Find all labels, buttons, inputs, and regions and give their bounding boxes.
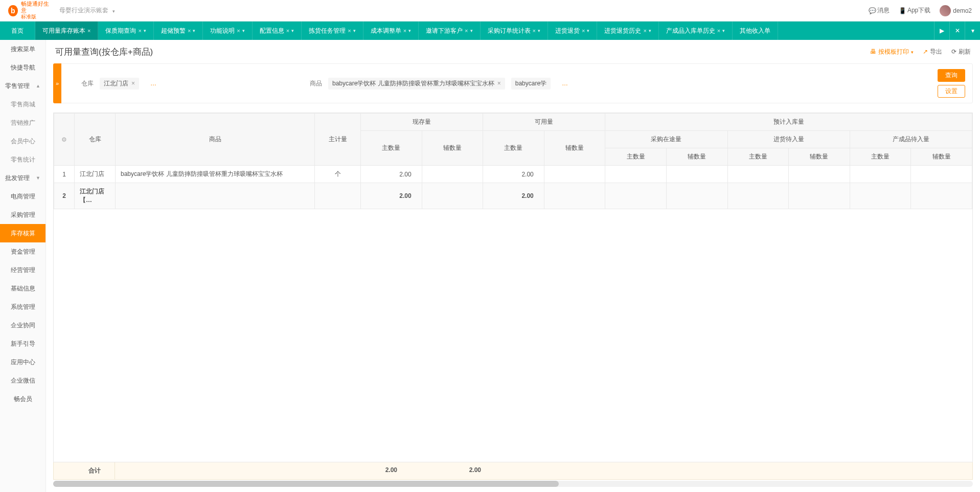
sidebar-item[interactable]: 快捷导航 — [0, 58, 45, 77]
close-icon[interactable]: × — [138, 28, 141, 34]
sidebar-item[interactable]: 搜索菜单 — [0, 40, 45, 58]
th-avail-main[interactable]: 主数量 — [483, 131, 544, 166]
close-icon[interactable]: × — [533, 28, 536, 34]
close-icon[interactable]: × — [403, 28, 406, 34]
th-stock-main[interactable]: 主数量 — [361, 131, 422, 166]
app-download-link[interactable]: App下载 — [899, 6, 930, 15]
th-po-main[interactable]: 主数量 — [605, 148, 667, 166]
sidebar-item[interactable]: 新手引导 — [0, 334, 45, 353]
th-unit[interactable]: 主计量 — [315, 114, 361, 166]
table-cell — [422, 166, 483, 183]
tab-item[interactable]: 成本调整单×▾ — [363, 21, 419, 40]
sidebar-item[interactable]: 应用中心 — [0, 353, 45, 371]
sidebar-item[interactable]: 畅会员 — [0, 390, 45, 408]
table-cell: 2.00 — [361, 166, 422, 183]
th-gr-main[interactable]: 主数量 — [727, 148, 789, 166]
tab-item[interactable]: 可用量库存账本× — [35, 21, 98, 40]
tab-item[interactable]: 产成品入库单历史×▾ — [659, 21, 733, 40]
close-icon[interactable]: × — [87, 28, 90, 34]
sidebar-item[interactable]: 营销推广 — [0, 114, 45, 132]
setting-button[interactable]: 设置 — [938, 85, 965, 98]
tab-item[interactable]: 保质期查询×▾ — [98, 21, 153, 40]
sidebar-item[interactable]: 零售商城 — [0, 95, 45, 114]
close-icon[interactable]: × — [643, 28, 646, 34]
table-row[interactable]: 2江北门店【…2.002.00 — [54, 183, 972, 209]
tab-item[interactable]: 拣货任务管理×▾ — [302, 21, 363, 40]
scrollbar-thumb[interactable] — [53, 481, 559, 487]
table-cell: 2 — [54, 183, 75, 209]
tab-close-all[interactable]: ✕ — [949, 21, 965, 40]
tab-item[interactable]: 其他收入单 — [733, 21, 778, 40]
tab-item[interactable]: 超储预警×▾ — [154, 21, 203, 40]
table-cell — [605, 166, 667, 183]
sidebar-item[interactable]: 电商管理 — [0, 187, 45, 206]
export-button[interactable]: 导出 — [923, 48, 942, 56]
table-cell — [911, 183, 972, 209]
th-warehouse[interactable]: 仓库 — [75, 114, 116, 166]
th-fg-aux[interactable]: 辅数量 — [911, 148, 972, 166]
sidebar-item[interactable]: 采购管理 — [0, 206, 45, 224]
print-button[interactable]: 按模板打印 — [870, 48, 914, 56]
sidebar-item[interactable]: 经营管理 — [0, 261, 45, 279]
close-icon[interactable]: × — [348, 28, 351, 34]
tab-label: 采购订单统计表 — [488, 27, 531, 35]
table-row[interactable]: 1江北门店babycare学饮杯 儿童防摔防撞吸管杯重力球吸嘴杯宝宝水杯个2.0… — [54, 166, 972, 183]
sidebar-item-label: 零售管理 — [5, 82, 30, 91]
close-icon[interactable]: × — [131, 80, 135, 87]
sidebar-item[interactable]: 零售管理▲ — [0, 77, 45, 95]
account-selector[interactable]: 母婴行业演示账套 — [59, 6, 115, 15]
query-button[interactable]: 查询 — [938, 69, 965, 82]
tab-controls: ▶ ✕ ▾ — [934, 21, 980, 40]
sidebar-item[interactable]: 基础信息 — [0, 279, 45, 298]
th-gr-aux[interactable]: 辅数量 — [789, 148, 850, 166]
sidebar-item[interactable]: 企业协同 — [0, 316, 45, 334]
refresh-button[interactable]: 刷新 — [951, 48, 971, 56]
filter-goods-tag-2[interactable]: babycare学 — [511, 78, 551, 90]
filter-goods-more[interactable]: … — [562, 80, 568, 87]
messages-link[interactable]: 消息 — [869, 6, 890, 15]
filter-warehouse-tag[interactable]: 江北门店 × — [100, 78, 139, 90]
close-icon[interactable]: × — [717, 28, 720, 34]
filter-warehouse-label: 仓库 — [81, 79, 94, 88]
tab-item[interactable]: 采购订单统计表×▾ — [481, 21, 548, 40]
filter-collapse[interactable]: » — [53, 63, 61, 103]
tab-label: 保质期查询 — [105, 27, 136, 35]
tab-home[interactable]: 首页 — [0, 21, 35, 40]
brand-logo: b 畅捷通好生意 标准版 — [8, 1, 49, 20]
close-icon[interactable]: × — [465, 28, 468, 34]
close-icon[interactable]: × — [582, 28, 585, 34]
chevron-down-icon: ▾ — [587, 28, 589, 33]
sidebar-item[interactable]: 资金管理 — [0, 242, 45, 261]
sidebar-item[interactable]: 批发管理▼ — [0, 169, 45, 187]
tab-item[interactable]: 邀请下游客户×▾ — [419, 21, 480, 40]
th-fg-main[interactable]: 主数量 — [850, 148, 911, 166]
close-icon[interactable]: × — [188, 28, 191, 34]
close-icon[interactable]: × — [237, 28, 240, 34]
horizontal-scrollbar[interactable] — [53, 481, 973, 487]
tab-menu[interactable]: ▾ — [965, 21, 980, 40]
sidebar-item[interactable]: 会员中心 — [0, 132, 45, 150]
tab-label: 进货退货 — [555, 27, 580, 35]
sidebar-item[interactable]: 系统管理 — [0, 298, 45, 316]
close-icon[interactable]: × — [286, 28, 289, 34]
table-cell — [116, 183, 315, 209]
sidebar-item[interactable]: 企业微信 — [0, 371, 45, 390]
tab-item[interactable]: 功能说明×▾ — [203, 21, 252, 40]
th-stock-aux[interactable]: 辅数量 — [422, 131, 483, 166]
close-icon[interactable]: × — [497, 80, 501, 87]
filter-goods-tag-1[interactable]: babycare学饮杯 儿童防摔防撞吸管杯重力球吸嘴杯宝宝水杯 × — [328, 78, 505, 90]
sidebar-item[interactable]: 库存核算 — [0, 224, 45, 242]
filter-warehouse-more[interactable]: … — [150, 80, 156, 87]
user-menu[interactable]: demo2 — [940, 5, 972, 16]
sidebar-item[interactable]: 零售统计 — [0, 150, 45, 169]
tab-label: 邀请下游客户 — [426, 27, 463, 35]
gear-icon[interactable] — [61, 136, 67, 143]
th-goods[interactable]: 商品 — [116, 114, 315, 166]
tag-text: babycare学饮杯 儿童防摔防撞吸管杯重力球吸嘴杯宝宝水杯 — [332, 79, 494, 88]
tab-scroll-right[interactable]: ▶ — [934, 21, 949, 40]
tab-item[interactable]: 进货退货×▾ — [548, 21, 597, 40]
th-po-aux[interactable]: 辅数量 — [666, 148, 727, 166]
tab-item[interactable]: 进货退货历史×▾ — [597, 21, 658, 40]
th-avail-aux[interactable]: 辅数量 — [544, 131, 605, 166]
tab-item[interactable]: 配置信息×▾ — [253, 21, 302, 40]
